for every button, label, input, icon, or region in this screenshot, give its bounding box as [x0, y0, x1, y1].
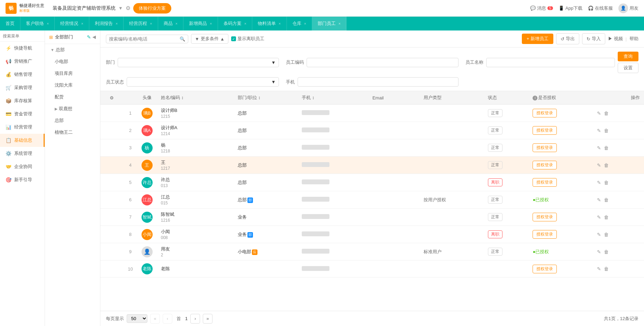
dept-edit-icon[interactable]: ✎	[87, 34, 91, 40]
filter-empcode-input[interactable]	[307, 58, 459, 67]
close-icon[interactable]: ×	[244, 21, 246, 26]
tab-profit[interactable]: 利润报告 ×	[89, 17, 124, 30]
message-button[interactable]: 💬 消息 5	[530, 5, 553, 11]
dept-tree-zongbu-root[interactable]: ▼ 总部	[45, 44, 100, 56]
query-button[interactable]: 查询	[618, 52, 638, 61]
dept-tree-zongbu[interactable]: 总部	[45, 115, 100, 126]
close-icon[interactable]: ×	[338, 21, 341, 26]
tab-process[interactable]: 经营历程 ×	[124, 17, 158, 30]
filter-dept-select[interactable]: ▼	[118, 58, 279, 67]
dept-tree-shuangye[interactable]: ▶ 双鹿想	[45, 103, 100, 115]
filter-phone-input[interactable]	[298, 77, 459, 87]
delete-icon[interactable]: 🗑	[604, 197, 609, 203]
first-page-button[interactable]: «	[150, 314, 160, 324]
sidebar-search-input[interactable]	[3, 34, 45, 38]
delete-icon[interactable]: 🗑	[604, 128, 609, 133]
sidebar-item-guide[interactable]: 🎯 新手引导	[0, 173, 45, 186]
delete-icon[interactable]: 🗑	[604, 214, 609, 220]
close-icon[interactable]: ×	[304, 21, 306, 26]
close-icon[interactable]: ×	[210, 21, 212, 26]
col-name[interactable]: 姓名/编码 ↕	[157, 91, 234, 105]
tab-goods[interactable]: 商品 ×	[158, 17, 183, 30]
edit-icon[interactable]: ✎	[597, 214, 601, 220]
delete-icon[interactable]: 🗑	[604, 111, 609, 116]
next-page-button[interactable]: ›	[190, 314, 200, 324]
col-settings[interactable]: ⚙	[100, 91, 124, 105]
col-phone[interactable]: 手机 ↕	[298, 91, 368, 105]
auth-button[interactable]: 授权登录	[533, 161, 557, 169]
edit-icon[interactable]: ✎	[597, 180, 601, 185]
edit-icon[interactable]: ✎	[597, 145, 601, 151]
tab-barcode[interactable]: 条码方案 ×	[218, 17, 252, 30]
close-icon[interactable]: ×	[81, 21, 83, 26]
auth-button[interactable]: 授权登录	[533, 213, 557, 221]
user-avatar[interactable]: 👤 用友	[618, 3, 638, 13]
dept-tree-shenyang[interactable]: 沈阳大库	[45, 79, 100, 91]
tab-economy[interactable]: 经营情况 ×	[55, 17, 89, 30]
sidebar-item-finance[interactable]: 💳 资金管理	[0, 107, 45, 121]
tab-customer[interactable]: 客户联络 ×	[20, 17, 55, 30]
sidebar-item-sales[interactable]: 💰 销售管理	[0, 68, 45, 81]
prev-page-button[interactable]: ‹	[163, 314, 172, 324]
tab-new-goods[interactable]: 新增商品 ×	[183, 17, 218, 30]
more-filter-button[interactable]: ▼ 更多条件 ▲	[191, 34, 228, 44]
sidebar-item-marketing[interactable]: 📢 营销推广	[0, 55, 45, 68]
dept-tree-zhuwang[interactable]: 植物王二	[45, 126, 100, 138]
dept-tree-project[interactable]: 项目库房	[45, 68, 100, 79]
sidebar-item-purchase[interactable]: 🛒 采购管理	[0, 81, 45, 94]
search-input[interactable]	[109, 36, 178, 42]
tab-home[interactable]: 首页	[0, 17, 20, 30]
view-button[interactable]: ▶ 视频	[608, 36, 623, 42]
delete-icon[interactable]: 🗑	[604, 232, 609, 237]
sidebar-item-system[interactable]: ⚙️ 系统管理	[0, 147, 45, 160]
app-download-button[interactable]: 📱 App下载	[559, 5, 582, 11]
close-icon[interactable]: ×	[150, 21, 152, 26]
auth-button[interactable]: 授权登录	[533, 178, 557, 187]
close-icon[interactable]: ×	[279, 21, 281, 26]
dropdown-arrow-icon[interactable]: ▼	[118, 6, 123, 11]
import-button[interactable]: ↻ 导入	[582, 33, 605, 44]
close-icon[interactable]: ×	[116, 21, 118, 26]
close-icon[interactable]: ×	[47, 21, 49, 26]
add-employee-button[interactable]: + 新增员工	[522, 34, 553, 44]
filter-empname-input[interactable]	[486, 58, 615, 67]
auth-button[interactable]: 授权登录	[533, 126, 557, 135]
sidebar-item-collab[interactable]: 🤝 企业协同	[0, 160, 45, 173]
tab-department[interactable]: 部门员工 ×	[312, 17, 346, 30]
auth-button[interactable]: 授权登录	[533, 109, 557, 117]
delete-icon[interactable]: 🗑	[604, 145, 609, 151]
auth-button[interactable]: 授权登录	[533, 265, 557, 273]
set-button[interactable]: 设置	[618, 63, 638, 73]
sidebar-item-inventory[interactable]: 📦 库存核算	[0, 94, 45, 107]
online-service-button[interactable]: 🎧 在线客服	[588, 5, 613, 11]
tab-warehouse[interactable]: 仓库 ×	[287, 17, 312, 30]
delete-icon[interactable]: 🗑	[604, 162, 609, 168]
col-dept[interactable]: 部门/职位 ↕	[234, 91, 298, 105]
dept-collapse-btn[interactable]: ◀	[92, 34, 96, 40]
close-icon[interactable]: ×	[175, 21, 178, 26]
show-resigned-toggle[interactable]: ✓ 显示离职员工	[231, 36, 264, 42]
last-page-button[interactable]: »	[203, 314, 212, 324]
settings-icon[interactable]: ⚙	[126, 5, 130, 11]
auth-button[interactable]: 授权登录	[533, 143, 557, 152]
delete-icon[interactable]: 🗑	[604, 266, 609, 272]
export-button[interactable]: ↺ 导出	[556, 33, 579, 44]
tab-materials[interactable]: 物料清单 ×	[252, 17, 287, 30]
edit-icon[interactable]: ✎	[597, 197, 601, 203]
edit-icon[interactable]: ✎	[597, 249, 601, 255]
trial-button[interactable]: 体验行业方案	[133, 3, 171, 14]
page-size-select[interactable]: 50 20 100	[127, 314, 147, 323]
auth-button[interactable]: 授权登录	[533, 230, 557, 239]
sidebar-item-basic[interactable]: 📋 基础信息	[0, 134, 45, 147]
edit-icon[interactable]: ✎	[597, 128, 601, 133]
sidebar-item-quick[interactable]: ⚡ 快捷导航	[0, 42, 45, 55]
delete-icon[interactable]: 🗑	[604, 180, 609, 185]
delete-icon[interactable]: 🗑	[604, 249, 609, 255]
edit-icon[interactable]: ✎	[597, 162, 601, 168]
edit-icon[interactable]: ✎	[597, 111, 601, 116]
filter-status-select[interactable]: ▼	[127, 77, 279, 87]
help-button[interactable]: 帮助	[629, 36, 638, 42]
edit-icon[interactable]: ✎	[597, 232, 601, 237]
dept-tree-xiaodian[interactable]: 小电部	[45, 56, 100, 68]
sidebar-item-operation[interactable]: 📊 经营管理	[0, 121, 45, 134]
